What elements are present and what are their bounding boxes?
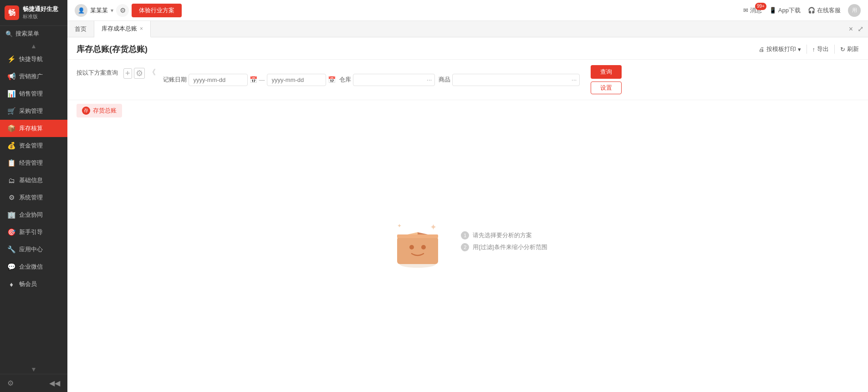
topbar-settings-button[interactable]: ⚙ bbox=[116, 4, 129, 17]
page-header: 库存总账(存货总账) 🖨 按模板打印 ▾ ↑ 导出 ↻ 刷新 bbox=[67, 37, 868, 60]
app-center-icon: 🔧 bbox=[7, 245, 15, 254]
scroll-down-button[interactable]: ▼ bbox=[0, 366, 67, 373]
scheme-icon: 存 bbox=[82, 107, 90, 115]
tab-inventory-ledger[interactable]: 库存成本总账 × bbox=[94, 21, 151, 37]
tabs-bar: 首页 库存成本总账 × × ⤢ bbox=[67, 21, 868, 37]
scheme-label: 存货总账 bbox=[93, 107, 117, 115]
date-to-input[interactable] bbox=[267, 74, 326, 86]
date-dash: — bbox=[259, 76, 265, 83]
svg-rect-2 bbox=[397, 234, 438, 238]
sidebar-item-system[interactable]: ⚙ 系统管理 bbox=[0, 189, 67, 206]
app-download-button[interactable]: 📱 App下载 bbox=[769, 6, 801, 15]
step-2-num: 2 bbox=[461, 243, 469, 251]
empty-illustration: ✦ ✦ bbox=[388, 212, 447, 271]
filter-warehouse-group: 仓库 ··· bbox=[339, 74, 435, 86]
sidebar-item-vip[interactable]: ♦ 畅会员 bbox=[0, 275, 67, 293]
sidebar-item-app-center[interactable]: 🔧 应用中心 bbox=[0, 241, 67, 258]
topbar-user-area: 👤 某某某 ▾ ⚙ 体验行业方案 bbox=[75, 4, 740, 17]
goods-select-wrap: ··· bbox=[452, 74, 580, 86]
search-menu-item[interactable]: 🔍 搜索菜单 bbox=[0, 26, 67, 41]
enterprise-icon: 🏢 bbox=[7, 211, 15, 219]
sidebar-item-operations[interactable]: 📋 经营管理 bbox=[0, 154, 67, 172]
export-button[interactable]: ↑ 导出 bbox=[812, 45, 829, 53]
scheme-area: 存 存货总账 bbox=[67, 100, 868, 117]
topbar-right: ✉ 消息 99+ 📱 App下载 🎧 在线客服 用 bbox=[743, 4, 861, 17]
refresh-button[interactable]: ↻ 刷新 bbox=[840, 45, 859, 53]
sidebar-scroll-down[interactable]: ▼ bbox=[0, 365, 67, 374]
system-icon: ⚙ bbox=[7, 193, 15, 202]
home-tab-label: 首页 bbox=[75, 25, 87, 33]
svg-rect-1 bbox=[397, 237, 438, 264]
sidebar-nav: ⚡ 快捷导航 📢 营销推广 📊 销售管理 🛒 采购管理 📦 库存核算 💰 资金管… bbox=[0, 51, 67, 365]
svg-point-4 bbox=[421, 245, 426, 249]
step-1-num: 1 bbox=[461, 231, 469, 239]
filter-goods-group: 商品 ··· bbox=[439, 74, 580, 86]
page-header-actions: 🖨 按模板打印 ▾ ↑ 导出 ↻ 刷新 bbox=[759, 45, 859, 54]
refresh-icon: ↻ bbox=[840, 46, 845, 53]
page-content: 库存总账(存货总账) 🖨 按模板打印 ▾ ↑ 导出 ↻ 刷新 bbox=[67, 37, 868, 392]
sidebar-item-enterprise[interactable]: 🏢 企业协同 bbox=[0, 206, 67, 224]
warehouse-input[interactable] bbox=[353, 74, 435, 86]
user-dropdown-icon[interactable]: ▾ bbox=[111, 7, 113, 14]
settings-footer-button[interactable]: ⚙ bbox=[7, 379, 14, 387]
filter-add-icon[interactable]: + bbox=[123, 68, 132, 79]
message-button[interactable]: ✉ 消息 99+ bbox=[743, 6, 762, 15]
sidebar-item-marketing[interactable]: 📢 营销推广 bbox=[0, 68, 67, 85]
purchase-icon: 🛒 bbox=[7, 107, 15, 115]
scheme-item-inventory-ledger[interactable]: 存 存货总账 bbox=[77, 104, 122, 117]
sidebar-scroll-up[interactable]: ▲ bbox=[0, 41, 67, 51]
warehouse-more-icon[interactable]: ··· bbox=[427, 76, 432, 83]
sidebar-footer: ⚙ ◀◀ bbox=[0, 374, 67, 392]
scroll-up-button[interactable]: ▲ bbox=[0, 42, 67, 50]
page-title: 库存总账(存货总账) bbox=[77, 44, 148, 55]
collapse-sidebar-button[interactable]: ◀◀ bbox=[49, 379, 60, 387]
tab-home[interactable]: 首页 bbox=[67, 21, 94, 37]
tab-close-icon[interactable]: × bbox=[140, 25, 143, 32]
empty-svg: ✦ ✦ bbox=[388, 212, 447, 271]
active-tab-label: 库存成本总账 bbox=[102, 25, 137, 33]
filter-add-icons: + ⚙ bbox=[123, 65, 145, 79]
operations-icon: 📋 bbox=[7, 159, 15, 167]
divider2 bbox=[834, 45, 835, 54]
guide-icon: 🎯 bbox=[7, 228, 15, 236]
sidebar-item-guide[interactable]: 🎯 新手引导 bbox=[0, 224, 67, 241]
warehouse-select-wrap: ··· bbox=[353, 74, 435, 86]
tab-panel-expand-icon[interactable]: ⤢ bbox=[858, 25, 863, 33]
filter-settings-button[interactable]: 设置 bbox=[591, 81, 622, 94]
sidebar-item-inventory[interactable]: 📦 库存核算 bbox=[0, 120, 67, 137]
print-template-button[interactable]: 🖨 按模板打印 ▾ bbox=[759, 45, 801, 53]
online-service-button[interactable]: 🎧 在线客服 bbox=[808, 6, 841, 15]
goods-more-icon[interactable]: ··· bbox=[572, 76, 577, 83]
filter-collapse-icon[interactable]: 《 bbox=[148, 65, 156, 77]
calendar-to-icon[interactable]: 📅 bbox=[328, 76, 336, 83]
sidebar-item-purchase[interactable]: 🛒 采购管理 bbox=[0, 102, 67, 120]
date-from-input[interactable] bbox=[189, 74, 248, 86]
export-icon: ↑ bbox=[812, 46, 816, 53]
sidebar-item-basic-info[interactable]: 🗂 基础信息 bbox=[0, 172, 67, 189]
industry-solution-button[interactable]: 体验行业方案 bbox=[132, 4, 182, 17]
finance-icon: 💰 bbox=[7, 142, 15, 150]
sidebar-item-quick-nav[interactable]: ⚡ 快捷导航 bbox=[0, 51, 67, 68]
sales-icon: 📊 bbox=[7, 90, 15, 98]
inventory-icon: 📦 bbox=[7, 124, 15, 132]
topbar-user-avatar-right[interactable]: 用 bbox=[848, 4, 861, 17]
goods-input[interactable] bbox=[452, 74, 580, 86]
query-button[interactable]: 查询 bbox=[591, 65, 622, 79]
phone-icon: 📱 bbox=[769, 7, 776, 14]
sidebar-item-sales[interactable]: 📊 销售管理 bbox=[0, 85, 67, 102]
calendar-from-icon[interactable]: 📅 bbox=[250, 76, 257, 83]
filter-settings-icon[interactable]: ⚙ bbox=[134, 68, 145, 79]
tabs-right-actions: × ⤢ bbox=[849, 25, 868, 33]
sidebar-item-wechat[interactable]: 💬 企业微信 bbox=[0, 258, 67, 275]
sidebar-item-finance[interactable]: 💰 资金管理 bbox=[0, 137, 67, 154]
filter-label: 按以下方案查询 bbox=[77, 65, 118, 77]
message-badge: 99+ bbox=[755, 3, 766, 10]
settings-gear-icon: ⚙ bbox=[120, 6, 126, 15]
print-dropdown-icon: ▾ bbox=[798, 46, 801, 53]
print-icon: 🖨 bbox=[759, 46, 765, 53]
tab-panel-close-icon[interactable]: × bbox=[849, 25, 853, 33]
empty-hint-1: 1 请先选择要分析的方案 bbox=[461, 231, 547, 239]
filter-area: 按以下方案查询 + ⚙ 《 记账日期 📅 — 📅 仓库 bbox=[67, 60, 868, 100]
brand-text: 畅捷通好生意 标准版 bbox=[23, 5, 58, 20]
empty-text: 1 请先选择要分析的方案 2 用[过滤]条件来缩小分析范围 bbox=[461, 231, 547, 251]
